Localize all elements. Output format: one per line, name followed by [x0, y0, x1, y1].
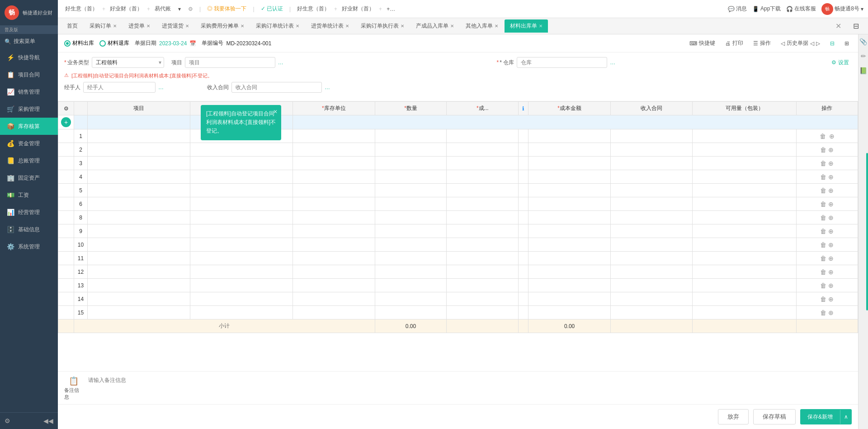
- row-cost-amount-1[interactable]: [528, 129, 611, 143]
- col-unit-header[interactable]: *库存单位: [292, 102, 375, 115]
- row-unit-cell-7[interactable]: [292, 115, 858, 129]
- settings-btn[interactable]: ⚙ 设置: [829, 57, 852, 68]
- copy-row-icon[interactable]: ⊕: [827, 214, 835, 221]
- row-project-1[interactable]: [88, 129, 190, 143]
- topbar-nav-3[interactable]: 易代账: [152, 3, 174, 14]
- sidebar-item-payroll[interactable]: 💵 工资: [0, 186, 58, 204]
- topbar-app-download[interactable]: 📱 App下载: [752, 5, 781, 13]
- calendar-icon[interactable]: 📅: [189, 40, 196, 47]
- sidebar-item-finance[interactable]: 💰 资金管理: [0, 135, 58, 152]
- topbar-nav-2[interactable]: 好业财（首）: [107, 3, 145, 14]
- sidebar-item-assets[interactable]: 🏢 固定资产: [0, 169, 58, 186]
- handler-ellipsis-btn[interactable]: …: [158, 84, 164, 91]
- tab-finished-inbound[interactable]: 产成品入库单 ✕: [410, 19, 459, 33]
- tab-home[interactable]: 首页: [61, 19, 83, 33]
- delete-row-icon[interactable]: 🗑: [819, 228, 827, 235]
- tab-close-icon[interactable]: ✕: [113, 24, 117, 29]
- income-contract-input[interactable]: [231, 82, 322, 93]
- tab-close-icon[interactable]: ✕: [401, 24, 404, 29]
- copy-row-icon[interactable]: ⊕: [827, 296, 835, 303]
- tab-close-icon[interactable]: ✕: [146, 24, 150, 29]
- handler-input[interactable]: [83, 82, 156, 93]
- delete-row-icon[interactable]: 🗑: [819, 255, 827, 262]
- delete-row-icon[interactable]: 🗑: [819, 268, 827, 276]
- delete-row-icon[interactable]: 🗑: [819, 309, 827, 316]
- topbar-trial[interactable]: ◎ 我要体验一下: [204, 3, 249, 14]
- tab-purchase-order[interactable]: 采购订单 ✕: [84, 19, 122, 33]
- history-btn[interactable]: ◁ 历史单据 ◁ ▷: [778, 38, 823, 48]
- tab-close-all[interactable]: ✕: [830, 19, 847, 33]
- print-btn[interactable]: 🖨 打印: [722, 38, 746, 48]
- row-qty-1[interactable]: [375, 129, 447, 143]
- tab-close-icon[interactable]: ✕: [345, 24, 349, 29]
- topbar-user[interactable]: 畅 畅捷通8号 ▾: [821, 3, 863, 15]
- right-panel-edit-icon[interactable]: ✏: [859, 51, 868, 62]
- col-cost-header[interactable]: *成...: [447, 102, 519, 115]
- row-available-1[interactable]: [693, 129, 796, 143]
- copy-row-icon[interactable]: ⊕: [827, 282, 835, 289]
- business-type-input[interactable]: [92, 57, 164, 68]
- project-input[interactable]: [185, 57, 275, 68]
- save-new-arrow-btn[interactable]: ∧: [840, 410, 852, 423]
- collapse-icon[interactable]: ◀◀: [43, 417, 53, 424]
- radio-return[interactable]: 材料退库: [99, 39, 129, 47]
- history-nav-next[interactable]: ▷: [816, 40, 820, 47]
- topbar-extra-2[interactable]: 好业财（首）: [339, 3, 377, 14]
- delete-row-icon[interactable]: 🗑: [819, 187, 827, 194]
- save-draft-btn[interactable]: 保存草稿: [753, 409, 796, 424]
- copy-row-icon[interactable]: ⊕: [827, 228, 835, 235]
- topbar-settings-icon[interactable]: ⚙: [185, 4, 196, 14]
- delete-row-icon[interactable]: 🗑: [819, 241, 827, 248]
- col-quantity-header[interactable]: *数量: [375, 102, 447, 115]
- sidebar-item-sales[interactable]: 📈 销售管理: [0, 83, 58, 100]
- tab-purchase-exec[interactable]: 采购订单执行表 ✕: [355, 19, 410, 33]
- radio-outbound[interactable]: 材料出库: [64, 39, 94, 47]
- tab-inbound-return[interactable]: 进货退货 ✕: [156, 19, 194, 33]
- delete-row-icon[interactable]: 🗑: [819, 146, 827, 153]
- remark-input[interactable]: [88, 375, 852, 385]
- tab-inbound[interactable]: 进货单 ✕: [123, 19, 156, 33]
- copy-row-icon[interactable]: ⊕: [827, 309, 835, 316]
- delete-row-icon[interactable]: 🗑: [819, 214, 827, 221]
- delete-row-icon[interactable]: 🗑: [819, 200, 827, 208]
- tab-purchase-stat[interactable]: 采购订单统计表 ✕: [250, 19, 305, 33]
- topbar-extra-1[interactable]: 好生意（首）: [294, 3, 332, 14]
- search-menu[interactable]: 🔍 搜索菜单: [0, 34, 58, 49]
- tab-close-icon[interactable]: ✕: [539, 24, 542, 29]
- tooltip-close-btn[interactable]: ✕: [273, 108, 278, 116]
- tab-close-icon[interactable]: ✕: [450, 24, 454, 29]
- sidebar-item-shortcut[interactable]: ⚡ 快捷导航: [0, 49, 58, 66]
- copy-row-icon[interactable]: ⊕: [827, 160, 835, 167]
- history-nav-prev[interactable]: ◁: [810, 40, 814, 47]
- discard-btn[interactable]: 放弃: [718, 409, 749, 424]
- save-new-main-btn[interactable]: 保存&新增: [800, 410, 840, 424]
- operations-btn[interactable]: ☰ 操作: [750, 38, 774, 48]
- sidebar-item-inventory[interactable]: 📦 库存核算: [0, 118, 58, 135]
- sidebar-item-basic[interactable]: 🗄️ 基础信息: [0, 221, 58, 238]
- sidebar-item-operations[interactable]: 📊 经营管理: [0, 204, 58, 221]
- tab-close-icon[interactable]: ✕: [241, 24, 244, 29]
- delete-row-icon[interactable]: 🗑: [819, 133, 827, 140]
- topbar-dropdown-icon[interactable]: ▾: [175, 4, 184, 14]
- warehouse-ellipsis-btn[interactable]: …: [610, 59, 615, 66]
- copy-row-icon[interactable]: ⊕: [827, 146, 835, 153]
- tab-close-icon[interactable]: ✕: [185, 24, 189, 29]
- col-income-contract-header[interactable]: 收入合同: [610, 102, 693, 115]
- col-available-header[interactable]: 可用量（包装）: [693, 102, 796, 115]
- tab-purchase-expense[interactable]: 采购费用分摊单 ✕: [195, 19, 250, 33]
- add-row-btn[interactable]: +: [61, 117, 71, 127]
- tab-close-icon[interactable]: ✕: [495, 24, 498, 29]
- topbar-online-service[interactable]: 🎧 在线客服: [786, 5, 816, 13]
- shortcut-key-btn[interactable]: ⌨ 快捷键: [687, 38, 718, 48]
- project-ellipsis-btn[interactable]: …: [278, 59, 283, 66]
- date-value[interactable]: 2023-03-24: [159, 40, 187, 47]
- row-cost-1[interactable]: [447, 129, 519, 143]
- right-panel-note-icon[interactable]: 📗: [858, 65, 868, 76]
- topbar-extra-more[interactable]: +…: [384, 4, 398, 14]
- right-panel-attach-icon[interactable]: 📎: [858, 36, 868, 47]
- list-view-btn[interactable]: ⊟: [827, 39, 837, 48]
- sidebar-item-project[interactable]: 📋 项目合同: [0, 66, 58, 83]
- copy-row-icon[interactable]: ⊕: [827, 241, 835, 248]
- warehouse-input[interactable]: [517, 57, 607, 68]
- col-project-header[interactable]: 项目: [88, 102, 190, 115]
